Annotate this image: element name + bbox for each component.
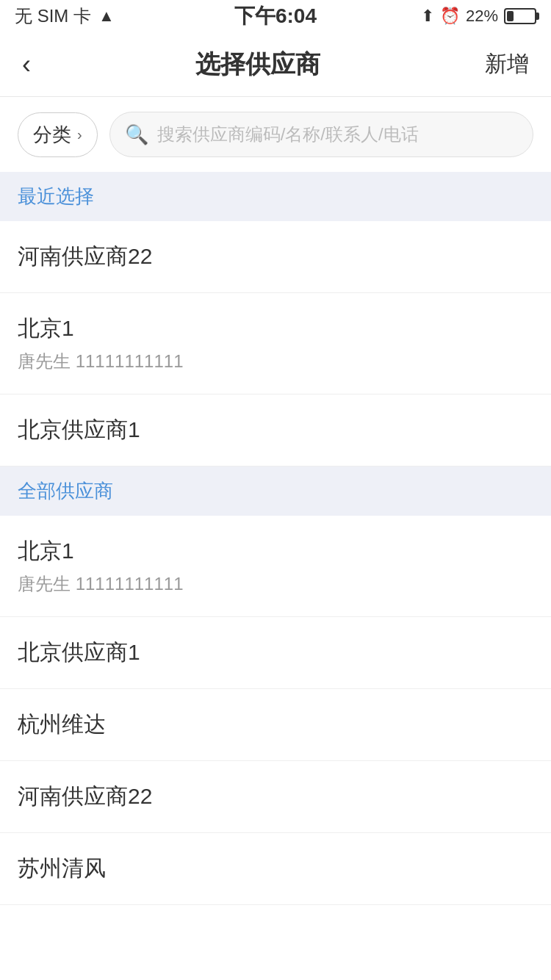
back-button[interactable]: ‹	[22, 49, 31, 80]
item-name: 北京供应商1	[18, 415, 533, 445]
all-items-list: 北京1 唐先生 11111111111 北京供应商1 杭州维达 河南供应商22 …	[0, 516, 551, 905]
item-name: 杭州维达	[18, 710, 533, 740]
item-name: 河南供应商22	[18, 782, 533, 812]
list-item[interactable]: 北京1 唐先生 11111111111	[0, 516, 551, 617]
status-time: 下午6:04	[234, 2, 317, 30]
battery-icon	[504, 8, 536, 24]
add-button[interactable]: 新增	[485, 49, 529, 79]
sim-label: 无 SIM 卡	[15, 4, 91, 28]
item-name: 苏州清风	[18, 854, 533, 884]
list-item[interactable]: 北京供应商1	[0, 617, 551, 689]
battery-percent: 22%	[466, 7, 498, 26]
all-section-header: 全部供应商	[0, 466, 551, 516]
list-item[interactable]: 北京1 唐先生 11111111111	[0, 293, 551, 394]
item-name: 北京1	[18, 314, 533, 344]
recent-section-header: 最近选择	[0, 172, 551, 221]
status-bar: 无 SIM 卡 ▲ 下午6:04 ⬆ ⏰ 22%	[0, 0, 551, 32]
chevron-right-icon: ›	[77, 126, 82, 143]
search-area: 分类 › 🔍 搜索供应商编码/名称/联系人/电话	[0, 97, 551, 172]
list-item[interactable]: 河南供应商22	[0, 761, 551, 833]
list-item[interactable]: 北京供应商1	[0, 394, 551, 466]
recent-section-label: 最近选择	[18, 185, 94, 207]
status-left: 无 SIM 卡 ▲	[15, 4, 115, 28]
item-name: 河南供应商22	[18, 242, 533, 272]
list-item[interactable]: 杭州维达	[0, 689, 551, 761]
category-label: 分类	[33, 122, 71, 148]
item-sub: 唐先生 11111111111	[18, 350, 533, 373]
all-section-label: 全部供应商	[18, 480, 113, 502]
list-item[interactable]: 苏州清风	[0, 833, 551, 905]
location-icon: ⬆	[421, 7, 434, 26]
nav-bar: ‹ 选择供应商 新增	[0, 32, 551, 97]
page-title: 选择供应商	[195, 48, 320, 82]
item-name: 北京1	[18, 536, 533, 566]
search-input-wrapper[interactable]: 🔍 搜索供应商编码/名称/联系人/电话	[109, 112, 533, 157]
item-name: 北京供应商1	[18, 638, 533, 668]
item-sub: 唐先生 11111111111	[18, 572, 533, 596]
search-icon: 🔍	[125, 123, 148, 146]
recent-items-list: 河南供应商22 北京1 唐先生 11111111111 北京供应商1	[0, 221, 551, 466]
list-item[interactable]: 河南供应商22	[0, 221, 551, 293]
search-input[interactable]: 搜索供应商编码/名称/联系人/电话	[157, 123, 419, 146]
wifi-icon: ▲	[98, 7, 115, 26]
status-right: ⬆ ⏰ 22%	[421, 7, 536, 26]
category-button[interactable]: 分类 ›	[18, 112, 98, 157]
alarm-icon: ⏰	[440, 7, 460, 26]
